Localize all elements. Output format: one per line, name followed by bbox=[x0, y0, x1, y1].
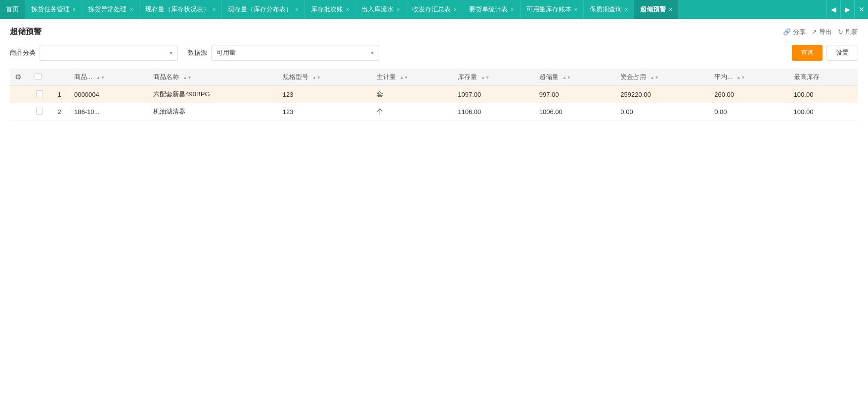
close-icon[interactable]: × bbox=[295, 6, 298, 12]
nav-item-label: 要货单统计表 bbox=[469, 5, 508, 14]
cell-index: 1 bbox=[49, 86, 69, 103]
page-actions: 🔗 分享 ↗ 导出 ↻ 刷新 bbox=[783, 28, 858, 37]
cell-avg: 260.00 bbox=[709, 86, 788, 103]
close-icon[interactable]: × bbox=[669, 6, 672, 12]
cell-stock: 1106.00 bbox=[453, 103, 534, 120]
page-header: 超储预警 🔗 分享 ↗ 导出 ↻ 刷新 bbox=[10, 27, 858, 37]
nav-item-inventory-dist[interactable]: 现存量（库存分布表） × bbox=[222, 0, 304, 19]
nav-close-arrow[interactable]: ✕ bbox=[854, 0, 868, 19]
refresh-icon: ↻ bbox=[838, 28, 843, 36]
nav-item-label: 超储预警 bbox=[640, 5, 666, 14]
col-check bbox=[30, 69, 49, 86]
cell-overstock: 997.00 bbox=[534, 86, 616, 103]
datasource-label: 数据源 bbox=[188, 48, 207, 57]
cell-product-name: 六配套新昌490BPG bbox=[148, 86, 277, 103]
col-stock[interactable]: 库存量 ▲▼ bbox=[453, 69, 534, 86]
query-button[interactable]: 查询 bbox=[792, 45, 823, 61]
sort-icon: ▲▼ bbox=[399, 75, 408, 80]
nav-item-label: 现存量（库存分布表） bbox=[228, 5, 292, 14]
row-checkbox[interactable] bbox=[36, 90, 43, 97]
nav-left-arrow[interactable]: ◀ bbox=[826, 0, 840, 19]
nav-item-label: 出入库流水 bbox=[361, 5, 393, 14]
nav-item-overstock[interactable]: 超储预警 × bbox=[634, 0, 678, 19]
nav-item-batch[interactable]: 库存批次账 × bbox=[305, 0, 355, 19]
nav-item-label: 拣货任务管理 bbox=[31, 5, 70, 14]
cell-settings bbox=[10, 103, 30, 120]
cell-check bbox=[30, 103, 49, 120]
nav-item-inventory-status[interactable]: 现存量（库存状况表） × bbox=[139, 0, 222, 19]
chevron-down-icon: ▾ bbox=[170, 49, 173, 56]
sort-icon: ▲▼ bbox=[183, 75, 192, 80]
nav-item-label: 现存量（库存状况表） bbox=[145, 5, 210, 14]
nav-item-summary[interactable]: 收发存汇总表 × bbox=[406, 0, 463, 19]
close-icon[interactable]: × bbox=[511, 6, 514, 12]
refresh-button[interactable]: ↻ 刷新 bbox=[838, 28, 858, 37]
nav-item-quality[interactable]: 保质期查询 × bbox=[584, 0, 634, 19]
col-product-code[interactable]: 商品... ▲▼ bbox=[69, 69, 148, 86]
export-icon: ↗ bbox=[812, 28, 817, 36]
export-button[interactable]: ↗ 导出 bbox=[812, 28, 832, 37]
cell-index: 2 bbox=[49, 103, 69, 120]
filter-row: 商品分类 ▾ 数据源 可用量 ▾ 查询 设置 bbox=[10, 45, 858, 61]
table-body: 1 0000004 六配套新昌490BPG 123 套 1097.00 997.… bbox=[10, 86, 858, 120]
nav-item-inout[interactable]: 出入库流水 × bbox=[355, 0, 406, 19]
close-icon[interactable]: × bbox=[73, 6, 76, 12]
close-icon[interactable]: × bbox=[130, 6, 132, 12]
cell-overstock: 1006.00 bbox=[534, 103, 616, 120]
page-title: 超储预警 bbox=[10, 27, 42, 37]
table-row[interactable]: 1 0000004 六配套新昌490BPG 123 套 1097.00 997.… bbox=[10, 86, 858, 103]
close-icon[interactable]: × bbox=[574, 6, 577, 12]
category-filter: 商品分类 ▾ bbox=[10, 45, 178, 61]
table-header: ⚙ 商品... ▲▼ 商品名称 ▲▼ 规格型号 ▲▼ bbox=[10, 69, 858, 86]
cell-capital: 259220.00 bbox=[615, 86, 709, 103]
cell-product-name: 机油滤清器 bbox=[148, 103, 277, 120]
col-capital[interactable]: 资金占用 ▲▼ bbox=[615, 69, 709, 86]
cell-max-stock: 100.00 bbox=[789, 86, 858, 103]
settings-button[interactable]: 设置 bbox=[826, 45, 858, 61]
nav-item-label: 保质期查询 bbox=[590, 5, 622, 14]
close-icon[interactable]: × bbox=[213, 6, 216, 12]
nav-item-home[interactable]: 首页 bbox=[0, 0, 25, 19]
nav-right-arrow[interactable]: ▶ bbox=[840, 0, 854, 19]
nav-item-task[interactable]: 拣货任务管理 × bbox=[25, 0, 82, 19]
category-select[interactable]: ▾ bbox=[40, 45, 178, 61]
col-unit[interactable]: 主计量 ▲▼ bbox=[372, 69, 453, 86]
close-icon[interactable]: × bbox=[454, 6, 457, 12]
filter-actions: 查询 设置 bbox=[792, 45, 858, 61]
sort-icon: ▲▼ bbox=[312, 75, 321, 80]
cell-product-code: 0000004 bbox=[69, 86, 148, 103]
col-max-stock[interactable]: 最高库存 bbox=[789, 69, 858, 86]
cell-check bbox=[30, 86, 49, 103]
cell-unit: 个 bbox=[372, 103, 453, 120]
gear-icon[interactable]: ⚙ bbox=[15, 73, 21, 81]
table-row[interactable]: 2 186-10... 机油滤清器 123 个 1106.00 1006.00 … bbox=[10, 103, 858, 120]
close-icon[interactable]: × bbox=[396, 6, 399, 12]
share-icon: 🔗 bbox=[783, 28, 791, 36]
cell-spec: 123 bbox=[278, 86, 372, 103]
close-icon[interactable]: × bbox=[346, 6, 349, 12]
col-index bbox=[49, 69, 69, 86]
cell-spec: 123 bbox=[278, 103, 372, 120]
cell-capital: 0.00 bbox=[615, 103, 709, 120]
nav-item-label: 拣货异常处理 bbox=[88, 5, 127, 14]
nav-item-label: 库存批次账 bbox=[311, 5, 343, 14]
nav-item-order-stats[interactable]: 要货单统计表 × bbox=[463, 0, 520, 19]
nav-arrows: ◀ ▶ ✕ bbox=[826, 0, 868, 19]
share-button[interactable]: 🔗 分享 bbox=[783, 28, 806, 37]
col-overstock[interactable]: 超储量 ▲▼ bbox=[534, 69, 616, 86]
cell-product-code: 186-10... bbox=[69, 103, 148, 120]
nav-item-label: 可用量库存账本 bbox=[526, 5, 571, 14]
close-icon[interactable]: × bbox=[625, 6, 628, 12]
col-avg[interactable]: 平均... ▲▼ bbox=[709, 69, 788, 86]
nav-item-available[interactable]: 可用量库存账本 × bbox=[521, 0, 584, 19]
row-checkbox[interactable] bbox=[36, 108, 43, 115]
col-spec[interactable]: 规格型号 ▲▼ bbox=[278, 69, 372, 86]
header-checkbox[interactable] bbox=[35, 73, 42, 80]
col-product-name[interactable]: 商品名称 ▲▼ bbox=[148, 69, 277, 86]
sort-icon: ▲▼ bbox=[96, 75, 105, 80]
datasource-select[interactable]: 可用量 ▾ bbox=[211, 45, 379, 61]
cell-stock: 1097.00 bbox=[453, 86, 534, 103]
nav-item-abnormal[interactable]: 拣货异常处理 × bbox=[82, 0, 139, 19]
data-table: ⚙ 商品... ▲▼ 商品名称 ▲▼ 规格型号 ▲▼ bbox=[10, 69, 858, 120]
sort-icon: ▲▼ bbox=[562, 75, 571, 80]
